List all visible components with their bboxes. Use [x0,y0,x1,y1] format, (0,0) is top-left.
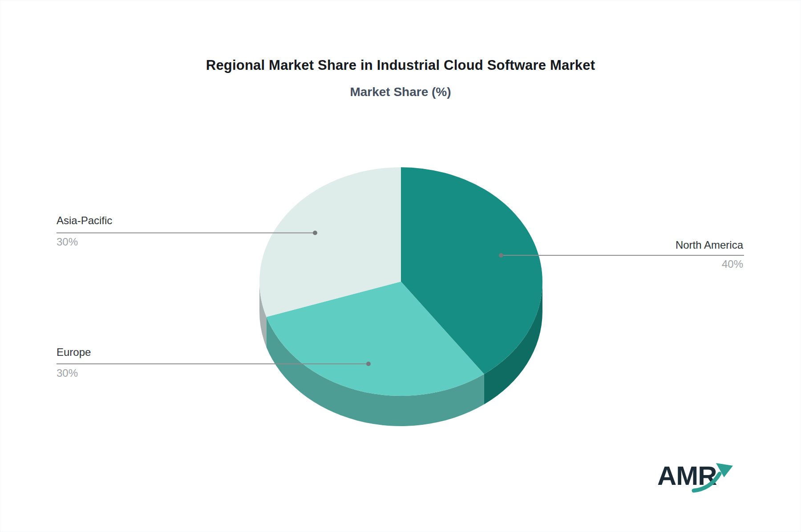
value-europe: 30% [57,367,78,379]
value-asia-pacific: 30% [57,236,78,248]
amr-logo-arrow-icon [690,459,737,494]
pie-chart [0,0,801,532]
label-asia-pacific: Asia-Pacific [57,214,112,227]
label-north-america: North America [676,239,743,251]
amr-logo: AMR [657,460,755,500]
value-north-america: 40% [722,258,743,270]
label-europe: Europe [57,346,91,359]
chart-page: Regional Market Share in Industrial Clou… [0,0,801,532]
